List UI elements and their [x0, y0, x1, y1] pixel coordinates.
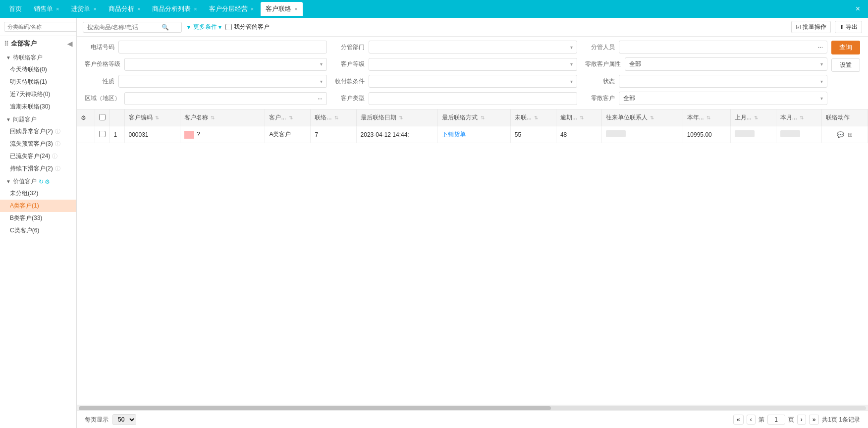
value-group-settings[interactable]: ⚙ [45, 178, 50, 185]
sort-this-month[interactable]: ⇅ [800, 115, 804, 120]
nav-purchase[interactable]: 进货单 × [66, 2, 101, 16]
nav-customer-segment-close[interactable]: × [251, 6, 254, 12]
cell-checkbox[interactable] [95, 126, 109, 143]
nav-product-analysis[interactable]: 商品分析 × [104, 2, 145, 16]
cell-last-method[interactable]: 下销货单 [438, 126, 510, 143]
select-phone[interactable] [118, 41, 327, 54]
next-page-btn[interactable]: › [797, 415, 806, 425]
sort-last-date[interactable]: ⇅ [399, 115, 403, 120]
col-contact[interactable]: 联络... ⇅ [311, 109, 356, 126]
col-last-month[interactable]: 上月... ⇅ [730, 109, 776, 126]
sort-last-month[interactable]: ⇅ [754, 115, 758, 120]
dots-region[interactable]: ··· [124, 92, 327, 105]
filter-settings-button[interactable]: 设置 [831, 58, 860, 72]
nav-product-analysis-list[interactable]: 商品分析列表 × [147, 2, 202, 16]
nav-customer-contact[interactable]: 客户联络 × [261, 2, 302, 16]
col-this-year[interactable]: 本年... ⇅ [683, 109, 730, 126]
select-scatter-attr[interactable]: 全部 ▾ [625, 57, 827, 71]
sort-last-method[interactable]: ⇅ [481, 115, 485, 120]
sidebar-item-b-class[interactable]: B类客户(33) [0, 212, 76, 224]
sidebar-dots-icon: ⠿ [4, 40, 9, 48]
sort-uncontacted[interactable]: ⇅ [534, 115, 538, 120]
sidebar-group-pending[interactable]: ▼ 待联络客户 [0, 51, 76, 63]
sort-code[interactable]: ⇅ [155, 115, 159, 120]
action-chat-icon[interactable]: 💬 [837, 131, 844, 138]
value-group-refresh[interactable]: ↻ [39, 178, 44, 185]
select-price-level[interactable]: ▾ [124, 58, 327, 71]
select-scatter[interactable]: 全部 ▾ [619, 92, 827, 105]
prev-page-btn[interactable]: ‹ [747, 415, 756, 425]
sidebar-item-7days[interactable]: 近7天待联络(0) [0, 88, 76, 101]
select-all-checkbox[interactable] [99, 114, 106, 120]
scrollbar-thumb[interactable] [79, 406, 551, 410]
more-conditions-btn[interactable]: ▼ 更多条件 ▾ [186, 23, 221, 31]
nav-product-analysis-close[interactable]: × [137, 6, 140, 12]
col-type[interactable]: 客户... ⇅ [265, 109, 311, 126]
nav-product-analysis-list-close[interactable]: × [194, 6, 197, 12]
col-this-month[interactable]: 本月... ⇅ [776, 109, 821, 126]
col-name[interactable]: 客户名称 ⇅ [180, 109, 265, 126]
sidebar-group-value[interactable]: ▼ 价值客户 ↻ ⚙ [0, 175, 76, 187]
action-grid-icon[interactable]: ⊞ [848, 131, 853, 138]
page-size-select[interactable]: 50 [112, 414, 136, 425]
select-cust-type[interactable] [369, 92, 577, 105]
sidebar-item-a-class[interactable]: A类客户(1) [0, 200, 76, 212]
scrollbar-track[interactable] [79, 406, 866, 410]
query-button[interactable]: 查询 [831, 41, 860, 54]
col-last-method[interactable]: 最后联络方式 ⇅ [438, 109, 510, 126]
col-settings[interactable]: ⚙ [77, 109, 95, 126]
sidebar-group-problem[interactable]: ▼ 问题客户 [0, 113, 76, 125]
nav-sales-close[interactable]: × [56, 6, 59, 12]
my-customers-checkbox[interactable]: 我分管的客户 [225, 23, 270, 31]
col-last-date[interactable]: 最后联络日期 ⇅ [356, 109, 438, 126]
nav-home[interactable]: 首页 [4, 2, 27, 16]
last-page-btn[interactable]: » [809, 415, 819, 425]
horizontal-scrollbar[interactable] [77, 405, 868, 411]
my-customers-check[interactable] [225, 24, 232, 30]
last-method-link[interactable]: 下销货单 [442, 131, 466, 138]
sidebar-item-declining[interactable]: 持续下滑客户(2) ⓘ [0, 162, 76, 175]
sidebar-item-abnormal[interactable]: 回购异常客户(2) ⓘ [0, 125, 76, 138]
sort-name[interactable]: ⇅ [211, 115, 215, 120]
sidebar-item-today[interactable]: 今天待联络(0) [0, 63, 76, 76]
sidebar-item-unclassified[interactable]: 未分组(32) [0, 187, 76, 200]
select-customer-level[interactable]: ▾ [369, 58, 577, 71]
first-page-btn[interactable]: « [733, 415, 744, 425]
col-unit-contact[interactable]: 往来单位联系人 ⇅ [602, 109, 683, 126]
col-code[interactable]: 客户编码 ⇅ [124, 109, 180, 126]
page-number-input[interactable] [767, 415, 785, 425]
sidebar-item-overdue[interactable]: 逾期未联络(30) [0, 101, 76, 113]
nav-customer-contact-close[interactable]: × [294, 6, 297, 12]
sidebar-all-customers[interactable]: ⠿ 全部客户 ◀ [0, 36, 76, 51]
dots-person[interactable]: ··· [619, 41, 827, 54]
sidebar-item-tomorrow[interactable]: 明天待联络(1) [0, 76, 76, 88]
col-uncontacted[interactable]: 未联... ⇅ [510, 109, 556, 126]
nav-customer-segment[interactable]: 客户分层经营 × [204, 2, 259, 16]
filter-search-input[interactable] [87, 24, 162, 31]
select-payment[interactable]: ▾ [369, 75, 577, 88]
sort-this-year[interactable]: ⇅ [706, 115, 710, 120]
sort-type[interactable]: ⇅ [289, 115, 293, 120]
select-nature[interactable]: ▾ [118, 75, 327, 88]
sidebar-item-churn-warning[interactable]: 流失预警客户(3) ⓘ [0, 138, 76, 150]
select-dept[interactable]: ▾ [369, 41, 577, 54]
col-overdue[interactable]: 逾期... ⇅ [556, 109, 601, 126]
select-status[interactable]: ▾ [619, 75, 827, 88]
export-btn[interactable]: ⬆ 导出 [835, 21, 862, 33]
sidebar-item-c-class[interactable]: C类客户(6) [0, 224, 76, 237]
filter-search-icon[interactable]: 🔍 [162, 24, 169, 31]
sidebar-search-input[interactable] [4, 22, 77, 32]
sort-contact[interactable]: ⇅ [334, 115, 338, 120]
row-checkbox[interactable] [99, 131, 106, 137]
nav-purchase-close[interactable]: × [93, 6, 96, 12]
cell-action[interactable]: 💬 ⊞ [821, 126, 868, 143]
sort-unit[interactable]: ⇅ [650, 115, 654, 120]
batch-ops-btn[interactable]: ☑ 批量操作 [791, 21, 831, 33]
sort-overdue[interactable]: ⇅ [580, 115, 584, 120]
nav-close-all[interactable]: × [852, 2, 864, 15]
sidebar-collapse-icon[interactable]: ◀ [67, 40, 72, 48]
col-checkbox[interactable] [95, 109, 109, 126]
sidebar-item-churned[interactable]: 已流失客户(24) ⓘ [0, 150, 76, 162]
nav-sales[interactable]: 销售单 × [29, 2, 64, 16]
table-settings-icon[interactable]: ⚙ [81, 114, 86, 121]
